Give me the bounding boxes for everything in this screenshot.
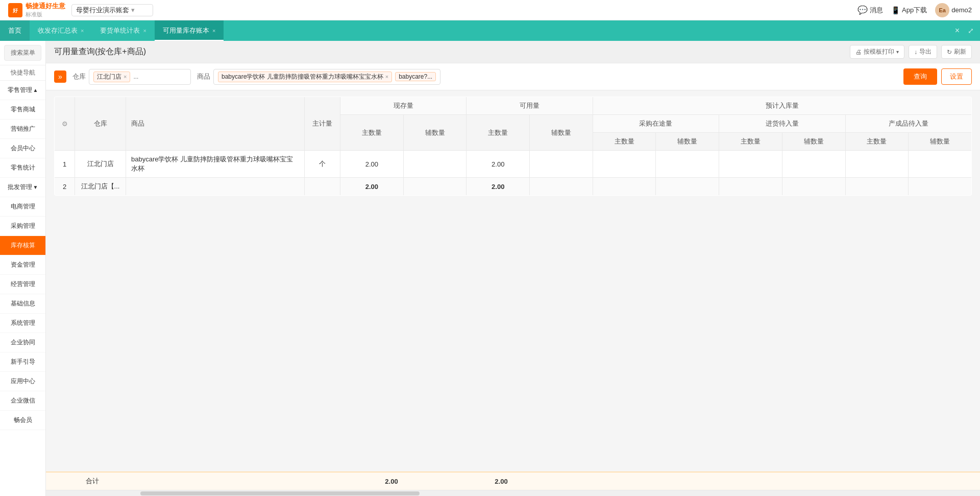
fullscreen-icon[interactable]: ⤢ (966, 25, 976, 37)
sidebar-item-inventory-check[interactable]: 库存核算 (0, 236, 45, 255)
sidebar-item-member-center[interactable]: 会员中心 (0, 139, 45, 158)
close-icon[interactable]: × (143, 28, 146, 34)
row-products-aux (909, 178, 972, 196)
row-avail-aux (530, 151, 593, 178)
product-filter-input[interactable]: babycare学饮杯 儿童防摔防撞吸管杯重力球吸嘴杯宝宝水杯 × babyca… (213, 69, 440, 85)
tab-home[interactable]: 首页 (0, 20, 30, 41)
warehouse-tag-remove[interactable]: × (124, 74, 127, 80)
horizontal-scrollbar[interactable] (46, 490, 980, 496)
export-btn[interactable]: ↓ 导出 (909, 45, 937, 59)
content-area: 可用量查询(按仓库+商品) 🖨 按模板打印 ▾ ↓ 导出 ↻ 刷新 (46, 41, 980, 496)
app-download-label: App下载 (902, 6, 927, 15)
table-footer: 合计 2.00 2.00 (46, 471, 980, 490)
sidebar-item-retail-mgmt-label: 零售管理 (8, 86, 32, 95)
warehouse-tag: 江北门店 × (93, 72, 130, 82)
gear-icon[interactable]: ⚙ (62, 120, 68, 128)
sidebar-item-app-center[interactable]: 应用中心 (0, 372, 45, 391)
th-purchase-transit: 采购在途量 (593, 115, 719, 133)
search-menu-btn[interactable]: 搜索菜单 (4, 45, 41, 61)
product-tag-1-remove[interactable]: × (385, 74, 388, 80)
sidebar-item-new-guide[interactable]: 新手引导 (0, 352, 45, 372)
sidebar-item-finance-mgmt[interactable]: 资金管理 (0, 255, 45, 275)
row-incoming-aux (782, 178, 845, 196)
row-main-unit: 个 (305, 151, 340, 178)
refresh-icon: ↻ (947, 49, 952, 56)
close-icon[interactable]: × (81, 28, 84, 34)
app-download-btn[interactable]: 📱 App下载 (891, 6, 927, 15)
sidebar-item-ecommerce-label: 电商管理 (11, 202, 35, 211)
th-incoming-main: 主数量 (719, 133, 782, 151)
sidebar-item-retail-mgmt[interactable]: 零售管理 ▲ (0, 81, 45, 100)
tab-order-stats[interactable]: 要货单统计表 × (92, 20, 154, 41)
user-name: demo2 (951, 6, 972, 14)
sidebar-item-basic-info[interactable]: 基础信息 (0, 294, 45, 314)
warehouse-filter-group: 仓库 江北门店 × ... (72, 69, 191, 85)
sidebar-item-member-center-label: 会员中心 (11, 144, 35, 153)
sidebar-item-vip-member[interactable]: 畅会员 (0, 411, 45, 430)
product-tag-1: babycare学饮杯 儿童防摔防撞吸管杯重力球吸嘴杯宝宝水杯 × (218, 72, 392, 82)
sidebar-item-retail-mall-label: 零售商城 (11, 105, 35, 114)
close-tab-action[interactable]: × (953, 24, 962, 37)
warehouse-filter-label: 仓库 (72, 72, 86, 81)
row-product: babycare学饮杯 儿童防摔防撞吸管杯重力球吸嘴杯宝宝水杯 (126, 151, 305, 178)
row-stock-main: 2.00 (340, 178, 404, 196)
sidebar-item-retail-stats[interactable]: 零售统计 (0, 158, 45, 178)
tab-receive-summary[interactable]: 收发存汇总表 × (30, 20, 92, 41)
sidebar-item-enterprise-collab[interactable]: 企业协同 (0, 333, 45, 352)
tab-available-stock-label: 可用量库存账本 (163, 26, 209, 35)
sidebar-item-app-center-label: 应用中心 (11, 377, 35, 386)
row-purchase-main (593, 151, 656, 178)
filter-actions: 查询 设置 (903, 68, 972, 85)
table-row: 2 江北门店【... 2.00 2.00 (55, 178, 972, 196)
refresh-label: 刷新 (954, 48, 966, 56)
refresh-btn[interactable]: ↻ 刷新 (941, 45, 972, 59)
print-label: 按模板打印 (864, 48, 894, 56)
th-products-main: 主数量 (845, 133, 909, 151)
query-btn[interactable]: 查询 (903, 68, 937, 85)
message-btn[interactable]: 💬 消息 (857, 5, 883, 15)
sidebar: 搜索菜单 快捷导航 零售管理 ▲ 零售商城 营销推广 会员中心 零售统计 批发管… (0, 41, 46, 496)
settings-btn[interactable]: 设置 (941, 68, 972, 85)
sidebar-item-system-mgmt[interactable]: 系统管理 (0, 314, 45, 333)
th-incoming-aux: 辅数量 (782, 133, 845, 151)
nav-tabs: 首页 收发存汇总表 × 要货单统计表 × 可用量库存账本 × × ⤢ (0, 20, 980, 41)
row-purchase-main (593, 178, 656, 196)
warehouse-filter-input[interactable]: 江北门店 × ... (89, 69, 191, 85)
tab-available-stock[interactable]: 可用量库存账本 × (155, 20, 224, 41)
sidebar-item-wholesale-mgmt[interactable]: 批发管理 ▼ (0, 178, 45, 197)
sidebar-item-marketing[interactable]: 营销推广 (0, 120, 45, 139)
filter-expand-btn[interactable]: » (54, 70, 66, 83)
table-wrapper: ⚙ 仓库 商品 主计量 现存量 可用量 预计入库量 主数量 辅数量 主数量 辅数… (46, 90, 980, 471)
print-btn[interactable]: 🖨 按模板打印 ▾ (850, 45, 904, 59)
row-no: 1 (55, 151, 75, 178)
th-incoming-pending: 进货待入量 (719, 115, 845, 133)
close-icon[interactable]: × (212, 28, 215, 34)
top-bar-right: 💬 消息 📱 App下载 Ea demo2 (857, 3, 972, 17)
row-warehouse: 江北门店【... (75, 178, 126, 196)
th-available: 可用量 (467, 97, 593, 115)
sidebar-item-business-mgmt[interactable]: 经营管理 (0, 275, 45, 294)
sidebar-item-enterprise-wechat[interactable]: 企业微信 (0, 391, 45, 411)
user-menu[interactable]: Ea demo2 (935, 3, 972, 17)
nav-tabs-right: × ⤢ (953, 24, 980, 37)
home-tab-label: 首页 (8, 26, 21, 35)
download-icon: 📱 (891, 6, 900, 14)
sidebar-item-ecommerce-mgmt[interactable]: 电商管理 (0, 197, 45, 217)
sidebar-item-purchase-mgmt[interactable]: 采购管理 (0, 217, 45, 236)
template-select[interactable]: 母婴行业演示账套 ▾ (71, 4, 153, 16)
sidebar-item-finance-label: 资金管理 (11, 261, 35, 269)
sidebar-item-marketing-label: 营销推广 (11, 125, 35, 133)
sidebar-item-business-label: 经营管理 (11, 280, 35, 289)
th-purchase-main: 主数量 (593, 133, 656, 151)
product-tag-1-value: babycare学饮杯 儿童防摔防撞吸管杯重力球吸嘴杯宝宝水杯 (222, 73, 383, 81)
quick-nav-btn[interactable]: 快捷导航 (0, 65, 45, 81)
filter-bar: » 仓库 江北门店 × ... 商品 babycare学饮杯 儿童防摔防撞吸管杯… (46, 63, 980, 90)
sidebar-item-retail-mall[interactable]: 零售商城 (0, 100, 45, 120)
expand-icon: » (58, 73, 62, 81)
sidebar-item-enterprise-collab-label: 企业协同 (11, 338, 35, 347)
row-avail-main: 2.00 (467, 178, 530, 196)
logo-text: 畅捷通好生意 标准版 (26, 2, 65, 18)
row-main-unit (305, 178, 340, 196)
product-filter-group: 商品 babycare学饮杯 儿童防摔防撞吸管杯重力球吸嘴杯宝宝水杯 × bab… (197, 69, 440, 85)
scroll-thumb[interactable] (140, 491, 420, 495)
